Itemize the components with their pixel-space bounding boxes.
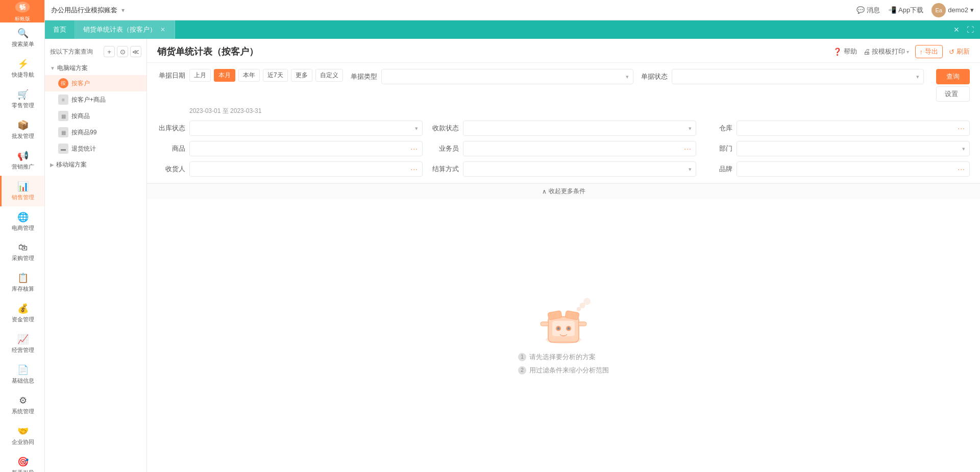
sidebar-item-system[interactable]: ⚙ 系统管理 [0, 390, 45, 420]
sidebar-item-search[interactable]: 🔍 搜索菜单 [0, 22, 45, 53]
search-icon: 🔍 [17, 28, 29, 39]
tip-num-2: 2 [518, 366, 526, 374]
tab-home[interactable]: 首页 [45, 20, 75, 39]
last-7-btn[interactable]: 近7天 [263, 69, 288, 82]
tab-maximize-btn[interactable]: ⛶ [965, 25, 976, 35]
svg-rect-10 [578, 322, 586, 326]
tree-item-return-stat[interactable]: ▬ 退货统计 [45, 140, 146, 157]
more-btn[interactable]: 更多 [291, 69, 312, 82]
message-btn[interactable]: 💬 消息 [856, 6, 880, 15]
print-btn[interactable]: 🖨 按模板打印 ▾ [863, 47, 909, 56]
sidebar-item-label: 零售管理 [12, 102, 34, 109]
out-status-cell: 出库状态 ▾ [157, 121, 423, 136]
sales-stat-tab-label: 销货单统计表（按客户） [83, 25, 156, 34]
sidebar-item-operations[interactable]: 📈 经营管理 [0, 328, 45, 359]
sidebar-item-enterprise[interactable]: 🤝 企业协同 [0, 420, 45, 451]
receipt-status-select[interactable]: ▾ [463, 121, 696, 136]
sidebar-item-ecommerce[interactable]: 🌐 电商管理 [0, 206, 45, 237]
warehouse-dots: ··· [958, 124, 965, 132]
app-download-btn[interactable]: 📲 App下载 [888, 6, 923, 15]
sidebar-item-label: 库存核算 [12, 285, 34, 293]
print-dropdown-arrow: ▾ [906, 49, 909, 55]
sidebar-item-finance[interactable]: 💰 资金管理 [0, 298, 45, 328]
doc-status-select[interactable]: ▾ [672, 69, 924, 84]
brand-label: 品牌 [704, 164, 732, 174]
query-btn-group: 查询 设置 [936, 69, 970, 102]
newbie-icon: 🎯 [17, 456, 29, 467]
custom-btn[interactable]: 自定义 [315, 69, 343, 82]
salesman-select[interactable]: ··· [463, 141, 696, 156]
topbar-right: 💬 消息 📲 App下载 Ea demo2 ▾ [856, 3, 974, 17]
this-year-btn[interactable]: 本年 [238, 69, 260, 82]
tree-item-by-product[interactable]: ▦ 按商品 [45, 108, 146, 124]
sidebar-item-newbie[interactable]: 🎯 新手引导 [0, 451, 45, 472]
warehouse-select[interactable]: ··· [737, 121, 970, 136]
doc-status-arrow: ▾ [916, 74, 919, 80]
lp-add-btn[interactable]: + [104, 46, 115, 57]
tab-close-btn[interactable]: ✕ [159, 26, 166, 33]
payment-cell: 结算方式 ▾ [431, 161, 696, 177]
brand-cell: 品牌 ··· [704, 161, 970, 177]
tab-sales-stat[interactable]: 销货单统计表（按客户） ✕ [75, 20, 175, 39]
lp-settings-btn[interactable]: ⊙ [117, 46, 128, 57]
help-btn[interactable]: ❓ 帮助 [833, 47, 857, 56]
this-month-btn[interactable]: 本月 [214, 69, 235, 82]
sidebar-item-marketing[interactable]: 📢 营销推广 [0, 145, 45, 176]
tree-chevron-icon: ▼ [50, 65, 55, 71]
sidebar-item-purchase[interactable]: 🛍 采购管理 [0, 237, 45, 267]
product-cell: 商品 ··· [157, 141, 423, 156]
tree-group-pc-header[interactable]: ▼ 电脑端方案 [45, 61, 146, 75]
sidebar-item-quick-nav[interactable]: ⚡ 快捷导航 [0, 53, 45, 84]
empty-illustration [533, 296, 594, 347]
payment-select[interactable]: ▾ [463, 161, 696, 177]
doc-type-label: 单据类型 [349, 72, 377, 81]
by-customer-icon: 按 [58, 78, 68, 88]
query-button[interactable]: 查询 [936, 69, 970, 84]
sidebar-item-label: 新手引导 [12, 469, 34, 472]
avatar: Ea [932, 3, 946, 17]
sidebar-item-inventory[interactable]: 📋 库存核算 [0, 267, 45, 298]
sidebar-item-label: 搜索菜单 [12, 40, 34, 48]
help-icon: ❓ [833, 48, 842, 56]
refresh-btn[interactable]: ↺ 刷新 [949, 47, 970, 56]
tree-item-label: 按商品99 [71, 128, 96, 137]
settings-button[interactable]: 设置 [936, 86, 970, 102]
department-select[interactable]: ▾ [737, 141, 970, 156]
export-btn[interactable]: ↑ 导出 [915, 45, 943, 58]
doc-type-select[interactable]: ▾ [381, 69, 633, 84]
lp-collapse-btn[interactable]: ≪ [130, 46, 141, 57]
sidebar-item-retail[interactable]: 🛒 零售管理 [0, 84, 45, 114]
last-month-btn[interactable]: 上月 [189, 69, 211, 82]
left-panel-title: 按以下方案查询 [50, 48, 93, 56]
empty-tip-1: 1 请先选择要分析的方案 [518, 352, 609, 362]
tree-item-label: 按客户+商品 [71, 96, 106, 104]
sidebar-item-label: 销售管理 [12, 194, 34, 201]
topbar-dropdown-arrow[interactable]: ▾ [121, 7, 125, 14]
tree-item-by-product-99[interactable]: ▦ 按商品99 [45, 124, 146, 140]
tree-item-by-customer[interactable]: 按 按客户 [45, 75, 146, 91]
tab-window-actions: ✕ ⛶ [947, 20, 980, 39]
logo[interactable]: 畅 标账版 [0, 0, 45, 22]
receiver-label: 收货人 [157, 164, 185, 174]
retail-icon: 🛒 [17, 89, 29, 100]
collapse-bar[interactable]: ∧ 收起更多条件 [147, 183, 980, 199]
sidebar-item-basic-info[interactable]: 📄 基础信息 [0, 359, 45, 390]
user-menu[interactable]: Ea demo2 ▾ [932, 3, 974, 17]
sidebar-item-sales-mgmt[interactable]: 📊 销售管理 [0, 176, 45, 206]
receiver-select[interactable]: ··· [189, 161, 423, 177]
right-panel: 销货单统计表（按客户） ❓ 帮助 🖨 按模板打印 ▾ ↑ 导出 [147, 39, 980, 472]
product-select[interactable]: ··· [189, 141, 423, 156]
tab-minimize-btn[interactable]: ✕ [951, 25, 962, 35]
receipt-status-arrow: ▾ [689, 125, 692, 132]
salesman-label: 业务员 [431, 144, 459, 153]
sidebar-item-label: 系统管理 [12, 408, 34, 415]
sidebar-item-wholesale[interactable]: 📦 批发管理 [0, 114, 45, 145]
empty-tip-2: 2 用过滤条件来缩小分析范围 [518, 366, 609, 375]
tree-item-by-customer-product[interactable]: ≡ 按客户+商品 [45, 91, 146, 108]
export-label: 导出 [925, 47, 938, 56]
salesman-cell: 业务员 ··· [431, 141, 696, 156]
brand-select[interactable]: ··· [737, 161, 970, 177]
left-panel: 按以下方案查询 + ⊙ ≪ ▼ 电脑端方案 按 按客户 ≡ 按客 [45, 39, 147, 472]
out-status-select[interactable]: ▾ [189, 121, 423, 136]
tree-group-mobile-header[interactable]: ▶ 移动端方案 [45, 158, 146, 172]
